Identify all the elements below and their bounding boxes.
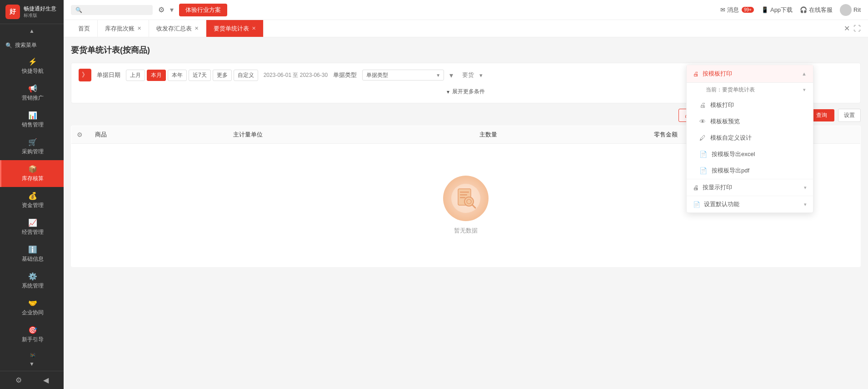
tab-expand-icon[interactable]: ✕: [844, 24, 850, 33]
template-custom-item[interactable]: 🖊 模板自定义设计: [687, 130, 813, 146]
date-options: 上月 本月 本年 近7天 更多 自定义: [126, 70, 258, 81]
date-btn-this-month[interactable]: 本月: [147, 70, 166, 81]
template-export-excel-item[interactable]: 📄 按模板导出excel: [687, 146, 813, 162]
date-btn-7days[interactable]: 近7天: [189, 70, 211, 81]
sidebar-item-operations[interactable]: 📈 经营管理: [0, 214, 64, 241]
current-template-chevron[interactable]: ▾: [803, 87, 806, 93]
empty-text: 暂无数据: [454, 227, 478, 235]
print-dropdown-header-icon: 🖨: [693, 71, 699, 77]
template-preview-item[interactable]: 👁 模板板预览: [687, 113, 813, 130]
date-btn-more[interactable]: 更多: [213, 70, 232, 81]
page-title: 要货单统计表(按商品): [71, 45, 861, 56]
tab-order-stats[interactable]: 要货单统计表 ✕: [206, 20, 264, 37]
export-pdf-icon: 📄: [699, 167, 707, 174]
sidebar-scroll-up[interactable]: ▲: [27, 26, 36, 36]
table-column-settings-icon[interactable]: ⚙: [77, 131, 83, 138]
sidebar-search[interactable]: 🔍 搜索菜单: [0, 38, 64, 53]
date-btn-custom[interactable]: 自定义: [234, 70, 258, 81]
tab-receipt-summary[interactable]: 收发存汇总表 ✕: [149, 20, 206, 37]
sidebar-item-quick-nav[interactable]: ⚡ 快捷导航: [0, 53, 64, 80]
template-print-icon: 🖨: [699, 101, 706, 109]
topbar-search-icon: 🔍: [75, 7, 82, 13]
operations-icon: 📈: [28, 218, 37, 227]
col-header-product: 商品: [90, 126, 228, 144]
current-template-item[interactable]: 当前：要货单统计表 ▾: [687, 83, 813, 97]
app-center-icon: 📱: [28, 353, 37, 357]
display-print-chevron[interactable]: ▾: [804, 185, 807, 191]
online-service-btn[interactable]: 🎧 在线客服: [800, 6, 833, 14]
purchase-icon: 🛒: [28, 138, 37, 147]
sidebar-item-marketing[interactable]: 📢 营销推广: [0, 80, 64, 106]
app-download-btn[interactable]: 📱 App下载: [761, 6, 793, 14]
app-logo-text: 畅捷通好生意 标准版: [24, 5, 56, 19]
sidebar-settings-icon[interactable]: ⚙: [15, 376, 22, 384]
order-type-label: 单据类型: [333, 71, 357, 79]
avatar-image: [840, 4, 852, 16]
sidebar-item-collab[interactable]: 🤝 企业协同: [0, 294, 64, 321]
page-content: 要货单统计表(按商品) 》 单据日期 上月 本月 本年 近7天 更多 自定义 2…: [64, 37, 868, 389]
sidebar-item-app-center[interactable]: 📱 应用中心: [0, 348, 64, 357]
quick-nav-icon: ⚡: [28, 57, 37, 66]
order-type-select[interactable]: 单据类型: [362, 70, 444, 81]
set-default-chevron[interactable]: ▾: [804, 202, 807, 207]
inventory-icon: 📦: [28, 165, 37, 173]
date-btn-this-year[interactable]: 本年: [168, 70, 187, 81]
topbar-search[interactable]: 🔍: [71, 5, 153, 15]
topbar-dropdown-icon[interactable]: ▾: [170, 5, 174, 14]
sidebar-item-finance[interactable]: 💰 资金管理: [0, 187, 64, 214]
sidebar: 好 畅捷通好生意 标准版 ▲ 🔍 搜索菜单 ⚡ 快捷导航 📢 营销推广 📊 销售…: [0, 0, 64, 389]
sidebar-item-sales[interactable]: 📊 销售管理: [0, 106, 64, 133]
sidebar-nav: ⚡ 快捷导航 📢 营销推广 📊 销售管理 🛒 采购管理 📦 库存核算 💰 资金管…: [0, 53, 64, 357]
sidebar-item-inventory[interactable]: 📦 库存核算: [0, 160, 64, 187]
sidebar-item-basic-info[interactable]: ℹ️ 基础信息: [0, 241, 64, 268]
phone-icon: 📱: [761, 6, 768, 13]
current-template-label: 当前：要货单统计表: [706, 86, 755, 94]
tab-close-order-stats[interactable]: ✕: [252, 25, 256, 31]
empty-icon: [443, 176, 489, 221]
topbar-right: ✉ 消息 99+ 📱 App下载 🎧 在线客服 Rit: [720, 4, 861, 16]
filter-more-icon: ▾: [479, 72, 483, 79]
tab-close-receipt-summary[interactable]: ✕: [195, 25, 199, 31]
order-type-select-wrap: 单据类型: [362, 70, 444, 81]
sidebar-item-purchase[interactable]: 🛒 采购管理: [0, 133, 64, 160]
trial-btn[interactable]: 体验行业方案: [179, 4, 227, 16]
print-dropdown-panel: 🖨 按模板打印 ▲ 当前：要货单统计表 ▾ 🖨 模板打印 👁 模板板预览 🖊 模: [686, 65, 813, 213]
template-export-pdf-item[interactable]: 📄 按模板导出pdf: [687, 162, 813, 179]
filter-expand-btn[interactable]: 》: [79, 69, 91, 81]
sales-icon: 📊: [28, 111, 37, 120]
template-preview-icon: 👁: [699, 118, 706, 125]
set-default-group[interactable]: 📄 设置默认功能 ▾: [687, 196, 813, 212]
collab-icon: 🤝: [28, 299, 37, 308]
tab-inventory-batch[interactable]: 库存批次账 ✕: [98, 20, 149, 37]
display-print-icon: 🖨: [693, 184, 699, 191]
sidebar-item-system[interactable]: ⚙️ 系统管理: [0, 268, 64, 294]
print-dropdown-header[interactable]: 🖨 按模板打印 ▲: [687, 65, 813, 83]
date-btn-last-month[interactable]: 上月: [126, 70, 145, 81]
topbar-gear-icon[interactable]: ⚙: [158, 5, 165, 14]
filter-more-label: 要货: [462, 71, 474, 79]
tab-home[interactable]: 首页: [71, 20, 98, 37]
template-print-item[interactable]: 🖨 模板打印: [687, 97, 813, 113]
set-default-icon: 📄: [693, 201, 700, 208]
col-header-quantity: 主数量: [474, 126, 649, 144]
display-print-group[interactable]: 🖨 按显示打印 ▾: [687, 179, 813, 196]
svg-rect-4: [460, 197, 465, 198]
print-dropdown-chevron[interactable]: ▲: [802, 71, 807, 76]
sidebar-logo: 好 畅捷通好生意 标准版: [0, 0, 64, 24]
user-avatar[interactable]: Rit: [840, 4, 861, 16]
guide-icon: 🎯: [28, 326, 37, 334]
app-logo-icon: 好: [5, 5, 20, 19]
system-icon: ⚙️: [28, 272, 37, 281]
sidebar-collapse-icon[interactable]: ◀: [43, 376, 49, 384]
tab-fullscreen-icon[interactable]: ⛶: [853, 25, 861, 33]
sidebar-scroll-down[interactable]: ▼: [27, 359, 36, 369]
order-type-dropdown-icon[interactable]: ▾: [449, 71, 453, 80]
date-range-display: 2023-06-01 至 2023-06-30: [264, 71, 328, 79]
expand-arrow-icon: ▾: [447, 89, 449, 95]
settings-btn[interactable]: 设置: [838, 109, 861, 122]
search-icon: 🔍: [5, 42, 12, 49]
tab-close-inventory-batch[interactable]: ✕: [137, 25, 141, 31]
message-btn[interactable]: ✉ 消息 99+: [720, 6, 754, 14]
sidebar-item-guide[interactable]: 🎯 新手引导: [0, 321, 64, 348]
finance-icon: 💰: [28, 192, 37, 200]
